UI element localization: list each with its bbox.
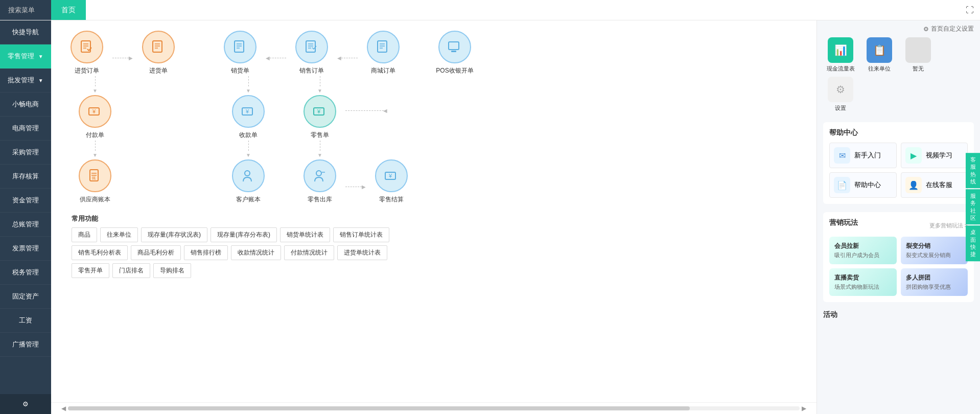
main-panel: 进货订单 ▶ 进货单 (51, 20, 816, 414)
cash-flow-icon-box: 📊 (828, 37, 853, 63)
func-btn-lingshou-kaidan[interactable]: 零售开单 (72, 263, 109, 278)
func-btn-jinhuo-stat[interactable]: 进货单统计表 (337, 245, 387, 260)
sidebar-item-zhangzhang[interactable]: 总账管理 (0, 213, 51, 237)
quick-icon-settings[interactable]: ⚙ 设置 (823, 77, 858, 112)
marketing-item-member[interactable]: 会员拉新 吸引用户成为会员 (829, 237, 897, 264)
float-btn-desktop-shortcut[interactable]: 桌面快捷 (966, 226, 980, 261)
scroll-track[interactable] (68, 406, 800, 410)
svg-point-34 (316, 171, 321, 176)
node-label-jinhuo-single: 进货单 (149, 66, 168, 75)
func-btn-daogou-rank[interactable]: 导购排名 (153, 263, 191, 278)
help-item-online[interactable]: 👤 在线客服 (901, 172, 968, 198)
help-item-beginner[interactable]: ✉ 新手入门 (829, 143, 897, 168)
flow-node-jinhuo-single[interactable]: 进货单 (133, 31, 184, 75)
func-btn-shangpin[interactable]: 商品 (72, 227, 97, 242)
help-item-video[interactable]: ▶ 视频学习 (901, 143, 968, 168)
node-label-jinhuo-order: 进货订单 (75, 66, 99, 75)
node-circle-lingshou-chuku (304, 159, 336, 192)
flow-node-lingshou-single[interactable]: ◀ ¥ 零售单 (294, 95, 345, 140)
fullscreen-button[interactable]: ⛶ (964, 4, 976, 17)
func-btn-xiaohuo-stat[interactable]: 销货单统计表 (280, 227, 330, 242)
beginner-label: 新手入门 (854, 151, 881, 160)
sidebar-item-shuiwu[interactable]: 税务管理 (0, 261, 51, 285)
settings-icon-box: ⚙ (828, 77, 853, 102)
group-title: 多人拼团 (906, 273, 963, 282)
content-area: 进货订单 ▶ 进货单 (51, 20, 980, 414)
node-circle-shangcheng-order (367, 31, 400, 63)
flow-node-pos[interactable]: POS收银开单 (429, 31, 480, 75)
func-btn-xiancun1[interactable]: 现存量(库存状况表) (141, 227, 207, 242)
node-label-lingshou-single: 零售单 (311, 131, 329, 140)
top-bar: 搜索菜单 首页 ⛶ (0, 0, 980, 20)
node-label-shangcheng-order: 商城订单 (371, 66, 395, 75)
svg-text:¥: ¥ (245, 108, 249, 114)
beginner-icon: ✉ (834, 147, 850, 164)
video-icon: ▶ (905, 147, 922, 164)
node-label-shoukuan: 收款单 (239, 131, 258, 140)
quick-icon-empty[interactable]: 暂无 (901, 37, 936, 73)
func-btn-shangpin-maoli[interactable]: 商品毛利分析 (131, 245, 181, 260)
sidebar-item-dianshangg[interactable]: 电商管理 (0, 117, 51, 141)
flow-node-shangcheng-order[interactable]: 商城订单 (358, 31, 409, 75)
func-btn-xiaoshou-stat[interactable]: 销售订单统计表 (333, 227, 389, 242)
svg-rect-16 (378, 41, 387, 52)
func-btn-xiancun2[interactable]: 现存量(库存分布表) (211, 227, 277, 242)
svg-rect-22 (451, 51, 456, 52)
empty-icon-box (905, 37, 931, 63)
sidebar-settings-button[interactable]: ⚙ (0, 394, 51, 414)
func-btn-maoli-fenxi[interactable]: 销售毛利分析表 (72, 245, 128, 260)
arrow-icon-lingshou: ▼ (38, 54, 43, 59)
node-label-lingshou-chuku: 零售出库 (308, 195, 332, 204)
flow-node-gongyingshang[interactable]: 账 供应商账本 (69, 159, 121, 204)
flow-node-xiaohuo-single[interactable]: 销货单 (215, 31, 266, 75)
search-menu[interactable]: 搜索菜单 (0, 0, 51, 20)
flow-node-kehu[interactable]: 客户账本 (223, 159, 274, 204)
quick-icon-cash-flow[interactable]: 📊 现金流量表 (823, 37, 858, 73)
tab-home[interactable]: 首页 (51, 0, 86, 20)
gear-icon: ⚙ (923, 26, 929, 33)
sidebar-item-kuaijie[interactable]: 快捷导航 (0, 20, 51, 44)
flow-node-shoukuan[interactable]: ¥ 收款单 (223, 95, 274, 140)
sidebar-item-xiaochang[interactable]: 小畅电商 (0, 93, 51, 117)
flow-node-fukuan[interactable]: ¥ 付款单 (69, 95, 121, 140)
sidebar-item-zijin[interactable]: 资金管理 (0, 189, 51, 213)
marketing-grid: 会员拉新 吸引用户成为会员 裂变分销 裂变式发展分销商 直播卖货 场景式购物新玩… (829, 237, 968, 296)
svg-text:¥: ¥ (317, 108, 321, 114)
marketing-item-fission[interactable]: 裂变分销 裂变式发展分销商 (901, 237, 968, 264)
marketing-item-live[interactable]: 直播卖货 场景式购物新玩法 (829, 268, 897, 296)
more-marketing-link[interactable]: 更多营销玩法 > (929, 222, 968, 229)
marketing-header: 营销玩法 更多营销玩法 > (829, 218, 968, 233)
horizontal-scrollbar[interactable]: ◀ ▶ (51, 402, 816, 414)
sidebar-label-pifa: 批发管理 (8, 76, 34, 84)
func-btn-wanglai[interactable]: 往来单位 (100, 227, 138, 242)
func-btn-mendian-rank[interactable]: 门店排名 (112, 263, 150, 278)
func-btn-fukuan-stat[interactable]: 付款情况统计 (284, 245, 334, 260)
arrow-icon-pifa: ▼ (38, 78, 43, 83)
main-layout: 快捷导航 零售管理 ▼ 批发管理 ▼ 小畅电商 电商管理 采购管理 库存核算 资… (0, 20, 980, 414)
scroll-left-arrow[interactable]: ◀ (61, 405, 66, 412)
flow-node-lingshou-chuku[interactable]: 零售出库 (294, 159, 345, 204)
customize-link[interactable]: ⚙ 首页自定义设置 (923, 25, 974, 33)
help-item-help[interactable]: 📄 帮助中心 (829, 172, 897, 198)
func-btn-shoukuan-stat[interactable]: 收款情况统计 (231, 245, 281, 260)
sidebar-item-pifa[interactable]: 批发管理 ▼ (0, 68, 51, 93)
sidebar-item-more[interactable]: 广播管理 (0, 333, 51, 357)
func-btn-xiaoshou-rank[interactable]: 销售排行榜 (184, 245, 228, 260)
sidebar-item-gongzi[interactable]: 工资 (0, 309, 51, 333)
flow-node-xiaoshou-order[interactable]: 销售订单 (286, 31, 337, 75)
flow-node-jinhuo-order[interactable]: 进货订单 (61, 31, 112, 75)
sidebar-item-caigou[interactable]: 采购管理 (0, 141, 51, 165)
scroll-right-arrow[interactable]: ▶ (802, 405, 806, 412)
sidebar-item-kucun[interactable]: 库存核算 (0, 165, 51, 189)
sidebar-item-lingshou[interactable]: 零售管理 ▼ (0, 44, 51, 68)
node-circle-xiaoshou-order (295, 31, 328, 63)
float-btn-service-community[interactable]: 服务社区 (966, 189, 980, 224)
node-label-fukuan: 付款单 (86, 131, 104, 140)
flow-node-lingshou-jiesuan[interactable]: ¥ 零售结算 (366, 159, 417, 204)
sidebar-item-fapiao[interactable]: 发票管理 (0, 237, 51, 261)
quick-icon-supplier[interactable]: 📋 往来单位 (862, 37, 897, 73)
sidebar-item-gudingzichan[interactable]: 固定资产 (0, 285, 51, 309)
float-btn-customer-service[interactable]: 客服热线 (966, 153, 980, 188)
node-circle-gongyingshang: 账 (79, 159, 111, 192)
marketing-item-group[interactable]: 多人拼团 拼团购物享受优惠 (901, 268, 968, 296)
